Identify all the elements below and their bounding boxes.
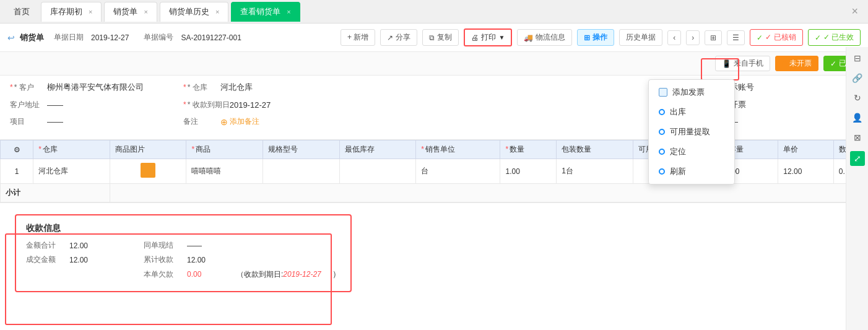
confirm-icon: ✓ xyxy=(830,59,836,68)
sidebar-icon-1[interactable]: ⊟ xyxy=(851,52,864,64)
sidebar-icon-4[interactable]: 👤 xyxy=(851,111,864,124)
subtotal-empty xyxy=(110,184,867,202)
payment-date-value: 2019-12-27 xyxy=(230,100,341,110)
same-settle-label: 同单现结 xyxy=(144,240,187,251)
debt-date: 2019-12-27 xyxy=(283,270,332,279)
effect-icon: ✓ xyxy=(815,33,821,42)
effect-button[interactable]: ✓ ✓ 已生效 xyxy=(808,29,861,46)
no-label: 单据编号 xyxy=(144,32,173,43)
same-settle-value: —— xyxy=(187,241,237,250)
project-label: 项目 xyxy=(10,116,47,127)
outbound-icon xyxy=(659,109,665,115)
window-close-button[interactable]: × xyxy=(846,2,863,20)
ticket-value: 不开票 xyxy=(722,99,833,110)
payment-info-box: 收款信息 金额合计 12.00 同单现结 —— 成交金额 12.00 累计收款 … xyxy=(15,214,352,292)
table-wrapper: ⚙ 仓库 商品图片 商品 规格型号 最低库存 销售单位 数量 包装数量 可用量 … xyxy=(0,140,868,203)
tab-view-sales[interactable]: 查看销货单 × xyxy=(231,2,300,22)
note-label: 备注 xyxy=(183,116,220,127)
address-label: 客户地址 xyxy=(10,100,47,110)
available-icon xyxy=(659,129,665,135)
secondary-toolbar: 📱 来自手机 未开票 ✓ 已确 xyxy=(0,52,868,76)
tab-bar: 首页 库存期初 × 销货单 × 销货单历史 × 查看销货单 × × xyxy=(0,0,868,24)
col-spec: 规格型号 xyxy=(263,141,340,159)
operation-button[interactable]: ⊞ 操作 xyxy=(577,29,614,46)
not-open-button[interactable]: 未开票 xyxy=(775,56,818,71)
toolbar: ↩ 销货单 单据日期 2019-12-27 单据编号 SA-20191227-0… xyxy=(0,24,868,52)
sidebar-expand-icon[interactable]: ⤢ xyxy=(850,151,865,166)
dot-icon xyxy=(782,61,787,66)
grid-view-icon: ⊞ xyxy=(710,33,716,42)
tab-close-inventory[interactable]: × xyxy=(89,8,92,15)
operator-value: 演示账号 xyxy=(722,82,833,93)
warehouse-value: 河北仓库 xyxy=(220,82,332,93)
table-row: 1 河北仓库 嘻嘻嘻嘻 台 1.00 1台 12.00 12.00 xyxy=(1,159,868,184)
no-value: SA-20191227-001 xyxy=(181,33,241,42)
debt-label: 本单欠款 xyxy=(144,269,187,280)
dropdown-item-available[interactable]: 可用量提取 xyxy=(649,122,734,142)
tab-inventory[interactable]: 库存期初 × xyxy=(41,2,102,22)
row-no: 1 xyxy=(1,159,33,184)
cumulative-value: 12.00 xyxy=(187,256,237,264)
share-icon: ↗ xyxy=(387,33,393,42)
sidebar-icon-3[interactable]: ↻ xyxy=(851,92,864,104)
phone-button[interactable]: 📱 来自手机 xyxy=(715,56,770,71)
tab-close-sales[interactable]: × xyxy=(144,8,147,15)
list-view-button[interactable]: ☰ xyxy=(727,30,745,45)
salesperson-value: —— xyxy=(722,117,833,126)
share-button[interactable]: ↗ 分享 xyxy=(380,29,417,46)
project-value: —— xyxy=(47,117,158,126)
dropdown-item-invoice[interactable]: 添加发票 xyxy=(649,82,734,102)
bottom-section: 收款信息 金额合计 12.00 同单现结 —— 成交金额 12.00 累计收款 … xyxy=(0,203,868,303)
doc-icon: ↩ xyxy=(7,33,15,43)
row-min-stock xyxy=(339,159,416,184)
invoice-icon xyxy=(659,88,667,97)
deal-amount-label: 成交金额 xyxy=(26,254,69,265)
row-warehouse: 河北仓库 xyxy=(33,159,110,184)
logistics-button[interactable]: 🚚 物流信息 xyxy=(517,29,572,46)
tab-close-history[interactable]: × xyxy=(215,8,219,15)
list-view-icon: ☰ xyxy=(732,33,739,42)
new-button[interactable]: + 新增 xyxy=(341,29,375,46)
products-table: ⚙ 仓库 商品图片 商品 规格型号 最低库存 销售单位 数量 包装数量 可用量 … xyxy=(0,140,868,202)
address-value: —— xyxy=(47,100,158,110)
col-product: 商品 xyxy=(186,141,263,159)
logistics-icon: 🚚 xyxy=(524,33,533,42)
sold-button[interactable]: ✓ ✓ 已核销 xyxy=(750,29,802,46)
settings-icon[interactable]: ⚙ xyxy=(14,145,20,154)
dropdown-item-outbound[interactable]: 出库 xyxy=(649,102,734,122)
refresh-icon xyxy=(659,168,665,175)
tab-sales-history[interactable]: 销货单历史 × xyxy=(160,2,228,22)
row-image xyxy=(110,159,186,184)
grid-view-button[interactable]: ⊞ xyxy=(705,30,722,45)
deal-amount-value: 12.00 xyxy=(69,256,119,264)
prev-button[interactable]: ‹ xyxy=(667,30,681,45)
plus-icon: ⊕ xyxy=(220,117,228,127)
row-qty: 1.00 xyxy=(500,159,557,184)
sold-icon: ✓ xyxy=(757,33,763,42)
col-price: 单价 xyxy=(778,141,833,159)
sidebar-icon-5[interactable]: ⊠ xyxy=(851,131,864,144)
dropdown-item-locate[interactable]: 定位 xyxy=(649,142,734,162)
dropdown-item-refresh[interactable]: 刷新 xyxy=(649,162,734,181)
tab-sales[interactable]: 销货单 × xyxy=(104,2,157,22)
operation-icon: ⊞ xyxy=(584,33,590,42)
print-button[interactable]: 🖨 打印 ▼ xyxy=(464,28,512,46)
copy-button[interactable]: ⧉ 复制 xyxy=(422,29,459,46)
next-button[interactable]: › xyxy=(686,30,700,45)
customer-value: 柳州粤港平安气体有限公司 xyxy=(47,82,158,93)
debt-value: 0.00 xyxy=(187,270,237,279)
subtotal-label: 小计 xyxy=(1,184,110,202)
col-settings: ⚙ xyxy=(1,141,33,159)
tab-close-view[interactable]: × xyxy=(287,8,290,15)
payment-info-title: 收款信息 xyxy=(26,223,341,234)
history-button[interactable]: 历史单据 xyxy=(619,29,662,46)
tab-home[interactable]: 首页 xyxy=(5,2,38,21)
debt-note: （收款到期日: xyxy=(237,269,283,280)
row-price: 12.00 xyxy=(778,159,833,184)
warehouse-label: * 仓库 xyxy=(183,82,220,93)
sidebar-icon-2[interactable]: 🔗 xyxy=(851,72,864,84)
print-icon: 🖨 xyxy=(471,33,479,42)
row-product: 嘻嘻嘻嘻 xyxy=(186,159,263,184)
info-row-3: 本单欠款 0.00 （收款到期日: 2019-12-27 ） xyxy=(26,269,341,280)
add-note-button[interactable]: ⊕ 添加备注 xyxy=(220,116,259,127)
